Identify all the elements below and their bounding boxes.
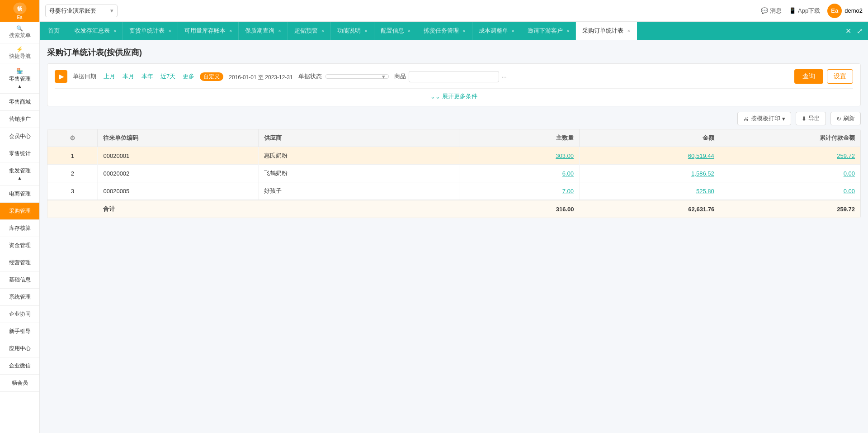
filter-toggle-button[interactable]: ▶ [55,70,67,83]
custom-date-badge[interactable]: 自定义 [200,72,223,81]
status-select[interactable] [326,74,389,79]
sidebar-retail-label: 零售管理 [9,75,31,83]
tab-function-desc-label: 功能说明 [337,27,361,35]
tab-close-icon[interactable]: × [408,28,410,33]
tab-available-stock[interactable]: 可用量库存账本 × [178,22,239,40]
paid-link[interactable]: 0.00 [844,188,855,195]
tab-purchase-stats[interactable]: 要货单统计表 × [123,22,178,40]
export-button[interactable]: ⬇ 导出 [796,112,826,125]
tab-purchase-order-stats-label: 采购订单统计表 [582,27,623,35]
row-unit-code: 00020005 [98,182,258,200]
tab-close-icon[interactable]: × [321,28,324,33]
status-filter: 单据状态 [298,72,389,81]
tabbar-actions: ✕ ⤢ [844,25,868,37]
tab-home[interactable]: 首页 [40,22,68,40]
export-label: 导出 [808,114,820,123]
chevron-down-icon: ▲ [18,84,22,89]
sidebar-item-cooperation[interactable]: 企业协同 [0,306,39,323]
sidebar-item-retail[interactable]: 🏪 零售管理 ▲ [0,63,39,94]
sidebar-item-ecommerce[interactable]: 电商管理 [0,186,39,203]
message-button[interactable]: 💬 消息 [761,7,782,15]
col-header-unit-code: 往来单位编码 [98,129,258,147]
sidebar-cooperation-label: 企业协同 [9,310,31,318]
tab-overstock-alert-label: 超储预警 [294,27,318,35]
table-row[interactable]: 1 00020001 惠氏奶粉 303.00 60,519.44 259.72 [47,147,860,165]
col-header-setting[interactable]: ⚙ [47,129,98,147]
app-download-button[interactable]: 📱 App下载 [789,7,820,15]
tab-close-icon[interactable]: × [113,28,116,33]
sidebar-item-wholesale[interactable]: 批发管理 ▲ [0,162,39,186]
tab-close-icon[interactable]: × [168,28,171,33]
paid-link[interactable]: 259.72 [837,152,855,159]
tab-close-icon[interactable]: × [364,28,367,33]
sidebar-item-guide[interactable]: 新手引导 [0,323,39,340]
query-button[interactable]: 查询 [794,69,823,84]
tab-close-icon[interactable]: × [278,28,281,33]
company-dropdown[interactable]: 母婴行业演示账套 ▾ [45,5,118,17]
tab-cost-adjust[interactable]: 成本调整单 × [472,22,521,40]
sidebar-item-operations[interactable]: 经营管理 [0,254,39,271]
shortcut-this-year[interactable]: 本年 [140,71,155,81]
column-settings-icon[interactable]: ⚙ [70,134,75,142]
tab-purchase-order-stats[interactable]: 采购订单统计表 × [576,22,637,40]
tab-close-icon-active[interactable]: × [627,28,630,33]
tab-close-icon[interactable]: × [566,28,569,33]
sidebar-item-apps[interactable]: 应用中心 [0,340,39,357]
tab-close-window-button[interactable]: ✕ [844,25,853,37]
amount-link[interactable]: 1,586.52 [691,170,714,177]
refresh-button[interactable]: ↻ 刷新 [830,112,861,125]
goods-input[interactable] [409,71,499,82]
sidebar-item-retail-shop[interactable]: 零售商城 [0,94,39,111]
sidebar-item-inventory[interactable]: 库存核算 [0,220,39,237]
settings-button[interactable]: 设置 [827,69,853,84]
qty-link[interactable]: 303.00 [556,152,574,159]
sidebar-item-wechat[interactable]: 企业微信 [0,357,39,375]
tab-picking-task[interactable]: 拣货任务管理 × [417,22,472,40]
col-header-qty: 主数量 [459,129,579,147]
tab-receive-summary-label: 收发存汇总表 [75,27,110,35]
sidebar-item-quick-nav[interactable]: ⚡ 快捷导航 [0,43,39,63]
sidebar-item-retail-stats[interactable]: 零售统计 [0,145,39,162]
sidebar-finance-label: 资金管理 [9,242,31,249]
tab-overstock-alert[interactable]: 超储预警 × [288,22,331,40]
amount-link[interactable]: 60,519.44 [688,152,714,159]
amount-link[interactable]: 525.80 [696,188,714,195]
avatar: Ea [827,4,842,18]
sidebar-item-marketing[interactable]: 营销推广 [0,111,39,128]
tab-config-info[interactable]: 配置信息 × [374,22,417,40]
sidebar-item-search[interactable]: 🔍 搜索菜单 [0,22,39,43]
sidebar-item-purchase[interactable]: 采购管理 [0,203,39,220]
col-header-supplier: 供应商 [258,129,459,147]
row-amount: 1,586.52 [579,165,720,182]
tab-close-icon[interactable]: × [512,28,514,33]
goods-more-icon[interactable]: ··· [502,73,507,80]
user-menu[interactable]: Ea demo2 [827,4,863,18]
shortcut-last-7-days[interactable]: 近7天 [159,71,177,81]
sidebar-item-member[interactable]: 会员中心 [0,128,39,145]
tab-expiry-query[interactable]: 保质期查询 × [239,22,288,40]
sidebar-item-basic[interactable]: 基础信息 [0,271,39,289]
tab-invite-downstream[interactable]: 邀请下游客户 × [521,22,576,40]
tab-close-icon[interactable]: × [229,28,232,33]
username: demo2 [844,7,863,14]
shortcut-last-month[interactable]: 上月 [102,71,117,81]
tab-close-icon[interactable]: × [462,28,465,33]
status-select-wrapper[interactable] [326,74,389,79]
qty-link[interactable]: 7.00 [562,188,574,195]
qty-link[interactable]: 6.00 [562,170,574,177]
tab-receive-summary[interactable]: 收发存汇总表 × [68,22,123,40]
table-row[interactable]: 3 00020005 好孩子 7.00 525.80 0.00 [47,182,860,200]
sidebar-item-system[interactable]: 系统管理 [0,289,39,306]
paid-link[interactable]: 0.00 [844,170,855,177]
table-row[interactable]: 2 00020002 飞鹤奶粉 6.00 1,586.52 0.00 [47,165,860,182]
shortcut-more[interactable]: 更多 [181,71,196,81]
shortcut-this-month[interactable]: 本月 [121,71,136,81]
expand-more-button[interactable]: ⌄⌄ 展开更多条件 [430,92,477,100]
sidebar-item-finance[interactable]: 资金管理 [0,237,39,254]
sidebar-item-vip[interactable]: 畅会员 [0,375,39,392]
tab-maximize-button[interactable]: ⤢ [855,25,864,37]
sidebar-marketing-label: 营销推广 [9,115,31,123]
print-button[interactable]: 🖨 按模板打印 ▾ [737,112,791,125]
tab-function-desc[interactable]: 功能说明 × [331,22,374,40]
filter-actions: 查询 设置 [794,69,853,84]
